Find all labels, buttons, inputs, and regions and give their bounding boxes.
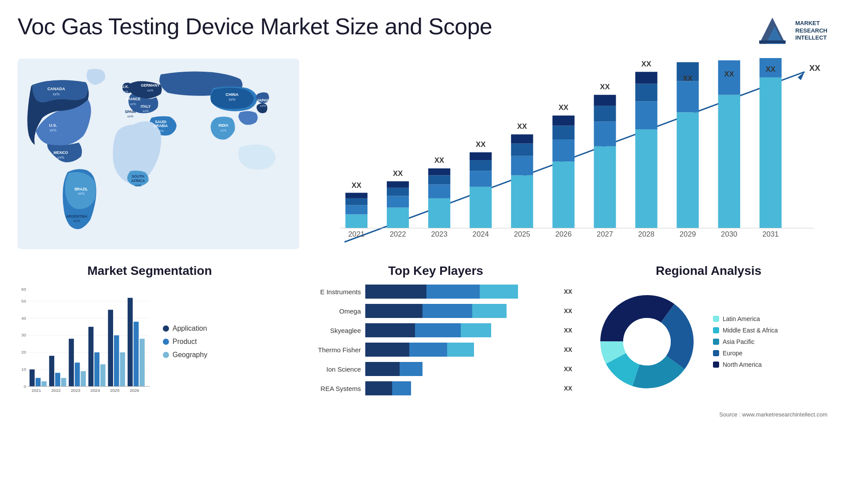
svg-text:2030: 2030 xyxy=(721,230,737,238)
svg-rect-123 xyxy=(88,327,94,387)
svg-text:2026: 2026 xyxy=(555,230,572,238)
player-name: REA Systems xyxy=(299,385,361,392)
legend-europe: Europe xyxy=(713,350,778,357)
svg-text:XX: XX xyxy=(766,65,775,73)
player-bar xyxy=(365,285,556,299)
bar-chart-section: XX XX XX XX xyxy=(308,53,836,266)
svg-text:xx%: xx% xyxy=(50,128,57,132)
regional-title: Regional Analysis xyxy=(590,264,827,278)
svg-text:xx%: xx% xyxy=(53,92,60,96)
svg-rect-79 xyxy=(677,81,699,112)
svg-text:XX: XX xyxy=(641,60,651,68)
svg-text:xx%: xx% xyxy=(130,102,136,106)
regional-section: Regional Analysis xyxy=(581,259,836,409)
svg-rect-75 xyxy=(635,84,657,102)
svg-rect-2 xyxy=(759,40,786,43)
logo-icon xyxy=(755,13,790,48)
svg-rect-45 xyxy=(387,188,409,196)
product-dot xyxy=(163,339,169,345)
seg-chart-container: 0 10 20 30 40 50 60 xyxy=(18,285,282,399)
player-name: Thermo Fisher xyxy=(299,346,361,354)
logo-text: MARKET RESEARCH INTELLECT xyxy=(795,20,827,42)
player-bar-seg3 xyxy=(461,323,491,337)
svg-text:xx%: xx% xyxy=(143,109,149,113)
svg-rect-127 xyxy=(114,335,119,386)
svg-text:2022: 2022 xyxy=(389,230,406,238)
svg-text:2029: 2029 xyxy=(680,230,696,238)
svg-text:xx%: xx% xyxy=(122,90,129,94)
player-xx: XX xyxy=(564,288,572,295)
svg-text:JAPAN: JAPAN xyxy=(257,99,269,102)
world-map-svg: CANADA xx% U.S. xx% MEXICO xx% BRAZIL xx… xyxy=(18,57,299,251)
svg-text:2022: 2022 xyxy=(51,388,61,393)
svg-rect-128 xyxy=(120,352,125,387)
svg-rect-74 xyxy=(635,101,657,129)
world-map: CANADA xx% U.S. xx% MEXICO xx% BRAZIL xx… xyxy=(18,57,299,251)
svg-text:U.S.: U.S. xyxy=(49,123,57,128)
player-row: Skyeaglee XX xyxy=(299,323,572,337)
players-section: Top Key Players E Instruments XX Omega xyxy=(290,259,581,409)
donut-chart xyxy=(590,285,704,399)
svg-text:ARGENTINA: ARGENTINA xyxy=(66,215,88,219)
svg-text:AFRICA: AFRICA xyxy=(131,179,145,183)
svg-rect-130 xyxy=(134,321,139,386)
svg-text:2023: 2023 xyxy=(431,230,447,238)
seg-bar-chart: 0 10 20 30 40 50 60 xyxy=(18,285,154,399)
svg-text:SOUTH: SOUTH xyxy=(132,175,144,179)
svg-rect-73 xyxy=(635,129,657,228)
player-bar-seg1 xyxy=(365,323,415,337)
svg-rect-50 xyxy=(428,175,450,185)
svg-rect-41 xyxy=(345,193,367,198)
svg-text:XX: XX xyxy=(476,140,485,149)
player-row: REA Systems XX xyxy=(299,381,572,395)
player-bar-seg1 xyxy=(365,343,409,357)
svg-rect-65 xyxy=(552,126,574,139)
svg-text:CANADA: CANADA xyxy=(48,87,66,91)
svg-text:2021: 2021 xyxy=(32,388,41,393)
svg-text:2023: 2023 xyxy=(71,388,81,393)
svg-text:INDIA: INDIA xyxy=(218,124,228,128)
svg-rect-43 xyxy=(387,208,409,228)
svg-rect-44 xyxy=(387,196,409,208)
svg-rect-81 xyxy=(718,95,740,228)
player-bar-seg1 xyxy=(365,304,422,318)
svg-text:xx%: xx% xyxy=(135,183,141,187)
player-bar-seg2 xyxy=(422,304,472,318)
player-bar-seg3 xyxy=(447,343,474,357)
segmentation-section: Market Segmentation 0 10 20 30 40 50 60 xyxy=(9,259,290,409)
svg-rect-116 xyxy=(41,381,47,387)
svg-text:ARABIA: ARABIA xyxy=(154,124,168,128)
svg-rect-55 xyxy=(470,160,492,171)
svg-rect-58 xyxy=(511,175,533,228)
legend-middle-east: Middle East & Africa xyxy=(713,327,778,334)
svg-text:xx%: xx% xyxy=(127,114,133,118)
svg-text:SPAIN: SPAIN xyxy=(125,110,136,114)
svg-text:CHINA: CHINA xyxy=(226,92,239,97)
svg-text:XX: XX xyxy=(393,169,403,178)
svg-rect-40 xyxy=(345,198,367,205)
svg-point-144 xyxy=(623,318,671,365)
svg-text:2021: 2021 xyxy=(348,230,364,238)
svg-rect-66 xyxy=(552,116,574,126)
svg-rect-71 xyxy=(594,95,616,106)
geography-dot xyxy=(163,352,169,358)
regional-container: Latin America Middle East & Africa Asia … xyxy=(590,285,827,399)
svg-text:xx%: xx% xyxy=(57,156,64,160)
svg-rect-38 xyxy=(345,214,367,228)
svg-text:XX: XX xyxy=(558,103,568,112)
player-bar-seg2 xyxy=(426,285,480,299)
player-name: Ion Science xyxy=(299,365,361,373)
svg-text:0: 0 xyxy=(24,384,26,389)
svg-text:xx%: xx% xyxy=(73,219,80,223)
page-title: Voc Gas Testing Device Market Size and S… xyxy=(18,13,492,40)
player-bar xyxy=(365,304,556,318)
player-bar-seg2 xyxy=(409,343,448,357)
player-xx: XX xyxy=(564,307,572,314)
svg-rect-64 xyxy=(552,139,574,161)
player-bar-seg1 xyxy=(365,285,426,299)
legend-product: Product xyxy=(163,338,207,346)
svg-text:XX: XX xyxy=(352,181,361,190)
svg-text:2026: 2026 xyxy=(130,388,140,393)
svg-rect-78 xyxy=(677,112,699,228)
svg-rect-70 xyxy=(594,106,616,122)
